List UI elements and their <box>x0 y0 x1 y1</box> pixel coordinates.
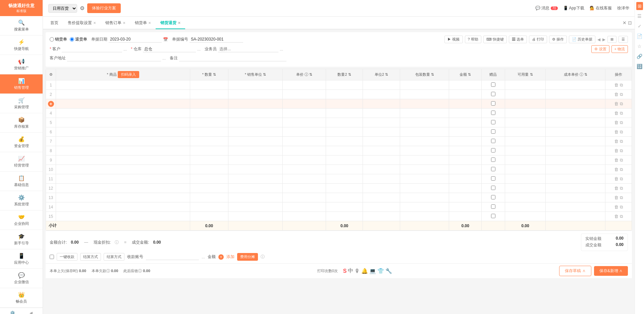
rp-star-icon[interactable]: ☆ <box>636 42 643 50</box>
product-cell[interactable] <box>56 90 190 99</box>
notification-btn[interactable]: 💬 消息 70 <box>535 5 558 11</box>
copy-row-icon[interactable]: ⧉ <box>620 195 623 200</box>
available-cell[interactable] <box>505 90 546 99</box>
price-cell[interactable] <box>283 212 326 221</box>
history-btn[interactable]: 📄 历史单据 <box>569 36 595 43</box>
qty-cell[interactable] <box>190 184 228 193</box>
copy-row-icon[interactable]: ⧉ <box>620 204 623 210</box>
pack-qty-cell[interactable] <box>400 90 449 99</box>
qty2-cell[interactable] <box>326 174 363 184</box>
pack-qty-cell[interactable] <box>400 109 449 118</box>
sidebar-item-search[interactable]: 🔍 搜索菜单 <box>0 16 43 36</box>
add-label[interactable]: 添加 <box>226 254 234 260</box>
radio-return[interactable]: 退货单 <box>70 37 87 42</box>
qty2-cell[interactable] <box>326 118 363 127</box>
gift-cell[interactable] <box>482 80 505 90</box>
price-cell[interactable] <box>283 184 326 193</box>
amount-cell[interactable] <box>449 165 482 174</box>
qty2-cell[interactable] <box>326 155 363 165</box>
price-cell[interactable] <box>283 90 326 99</box>
cost-price-cell[interactable] <box>546 146 605 155</box>
pack-qty-cell[interactable] <box>400 184 449 193</box>
available-cell[interactable] <box>505 174 546 184</box>
add-row-btn[interactable]: + <box>48 101 54 107</box>
shirt-icon[interactable]: 👕 <box>377 268 384 274</box>
gift-cell[interactable] <box>482 202 505 212</box>
copy-row-icon[interactable]: ⧉ <box>620 186 623 191</box>
available-cell[interactable] <box>505 202 546 212</box>
copy-row-icon[interactable]: ⧉ <box>620 139 623 144</box>
gift-cell[interactable] <box>482 193 505 202</box>
customer-dots-btn[interactable]: ... <box>123 47 127 52</box>
qty2-cell[interactable] <box>326 184 363 193</box>
collapse-icon[interactable]: ◀ <box>30 311 33 314</box>
tab-close-sales-return[interactable]: ✕ <box>178 21 180 25</box>
price-cell[interactable] <box>283 202 326 212</box>
operate-btn[interactable]: ⚙ 操作 <box>549 36 567 43</box>
product-cell[interactable] <box>56 212 190 221</box>
unit-cell[interactable] <box>228 146 283 155</box>
pack-qty-cell[interactable] <box>400 127 449 137</box>
scan-btn[interactable]: 扫码录入 <box>118 71 139 78</box>
product-cell[interactable] <box>56 99 190 109</box>
unit2-cell[interactable] <box>363 118 400 127</box>
copy-row-icon[interactable]: ⧉ <box>620 111 623 116</box>
price-cell[interactable] <box>283 109 326 118</box>
pack-qty-cell[interactable] <box>400 202 449 212</box>
qty2-cell[interactable] <box>326 193 363 202</box>
account-dots-btn[interactable]: ... <box>202 255 205 259</box>
close-all-tabs-btn[interactable]: ✕ <box>623 20 627 25</box>
copy-row-icon[interactable]: ⧉ <box>620 148 623 153</box>
gift-cell[interactable] <box>482 90 505 99</box>
tab-price-settings[interactable]: 售价提取设置 ✕ <box>63 17 101 29</box>
cost-price-cell[interactable] <box>546 99 605 109</box>
save-draft-btn[interactable]: 保存草稿 ∧ <box>559 266 591 276</box>
discount-info-icon[interactable]: ⓘ <box>115 240 119 245</box>
qty2-cell[interactable] <box>326 127 363 137</box>
qty2-cell[interactable] <box>326 109 363 118</box>
shortcut-btn[interactable]: ⌨ 快捷键 <box>483 36 507 43</box>
warehouse-input[interactable] <box>143 46 196 52</box>
delete-row-icon[interactable]: 🗑 <box>614 120 619 125</box>
product-cell[interactable] <box>56 174 190 184</box>
computer-icon[interactable]: 💻 <box>369 268 376 274</box>
qty-cell[interactable] <box>190 137 228 146</box>
delete-row-icon[interactable]: 🗑 <box>614 148 619 153</box>
sidebar-item-marketing[interactable]: 📢 营销推广 <box>0 55 43 74</box>
tab-close-sales-invoice[interactable]: ✕ <box>148 21 151 25</box>
rp-list-icon[interactable]: ☰ <box>636 12 643 20</box>
sidebar-item-corp[interactable]: 🤝 企业协同 <box>0 210 43 230</box>
unit2-cell[interactable] <box>363 137 400 146</box>
delete-row-icon[interactable]: 🗑 <box>614 92 619 97</box>
gift-cell[interactable] <box>482 174 505 184</box>
qty-cell[interactable] <box>190 155 228 165</box>
rp-link-icon[interactable]: 🔗 <box>635 52 644 60</box>
gift-cell[interactable] <box>482 155 505 165</box>
amount-cell[interactable] <box>449 155 482 165</box>
tab-close-sales-order[interactable]: ✕ <box>123 21 125 25</box>
unit-cell[interactable] <box>228 99 283 109</box>
unit-cell[interactable] <box>228 165 283 174</box>
gift-cell[interactable] <box>482 118 505 127</box>
price-cell[interactable] <box>283 80 326 90</box>
qty-cell[interactable] <box>190 165 228 174</box>
cost-price-cell[interactable] <box>546 155 605 165</box>
delete-row-icon[interactable]: 🗑 <box>614 204 619 209</box>
tab-sales-order[interactable]: 销售订单 ✕ <box>101 17 130 29</box>
copy-row-icon[interactable]: ⧉ <box>620 120 623 125</box>
unit-cell[interactable] <box>228 80 283 90</box>
available-cell[interactable] <box>505 165 546 174</box>
unit2-cell[interactable] <box>363 193 400 202</box>
qty-cell[interactable] <box>190 90 228 99</box>
settings-icon[interactable]: ⚙ <box>80 5 85 11</box>
pack-qty-cell[interactable] <box>400 212 449 221</box>
pack-qty-cell[interactable] <box>400 118 449 127</box>
amount-cell[interactable] <box>449 80 482 90</box>
cost-price-cell[interactable] <box>546 193 605 202</box>
industry-dropdown[interactable]: 日用百货 <box>48 4 77 13</box>
copy-row-icon[interactable]: ⧉ <box>620 101 623 107</box>
product-cell[interactable] <box>56 146 190 155</box>
tab-sales-return[interactable]: 销货退货 ✕ <box>156 17 185 29</box>
sidebar-item-member[interactable]: 👑 畅会员 <box>0 288 43 308</box>
delete-row-icon[interactable]: 🗑 <box>614 214 619 219</box>
